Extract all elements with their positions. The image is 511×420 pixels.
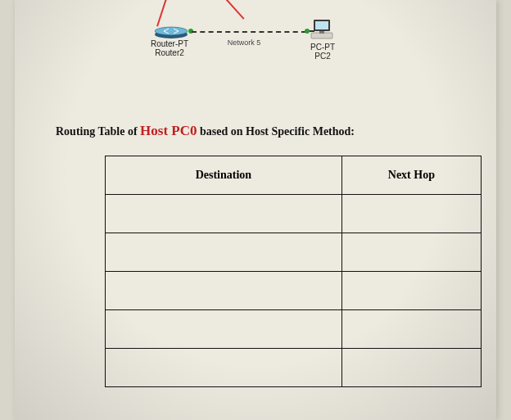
cell-destination <box>106 233 342 272</box>
cell-next-hop <box>341 272 481 310</box>
pc-type: PC-PT <box>310 43 335 52</box>
cell-next-hop <box>341 349 481 387</box>
router-icon <box>154 25 188 38</box>
pc-label: PC-PT PC2 <box>305 43 341 61</box>
table-row <box>106 349 482 387</box>
heading-suffix: based on Host Specific Method: <box>197 125 355 138</box>
document-page: Router-PT Router2 Network 5 PC-PT PC2 Ro… <box>15 0 496 420</box>
network-link-label: Network 5 <box>219 39 269 47</box>
svg-rect-6 <box>319 31 324 34</box>
link-line <box>156 0 172 27</box>
link-dashed-line <box>192 31 306 33</box>
table-header-row: Destination Next Hop <box>106 156 482 195</box>
cell-destination <box>106 310 342 349</box>
cell-destination <box>106 195 342 233</box>
router-type: Router-PT <box>151 39 188 48</box>
heading-highlight: Host PC0 <box>140 123 197 138</box>
col-next-hop: Next Hop <box>341 156 481 195</box>
table-row <box>106 233 482 272</box>
routing-table: Destination Next Hop <box>105 156 482 387</box>
pc-name: PC2 <box>314 52 330 61</box>
router-name: Router2 <box>155 48 184 57</box>
svg-rect-5 <box>311 33 332 38</box>
svg-rect-4 <box>315 21 328 29</box>
section-heading: Routing Table of Host PC0 based on Host … <box>56 123 355 139</box>
pc-icon <box>310 18 334 41</box>
cell-next-hop <box>341 195 481 233</box>
table-row <box>106 272 482 310</box>
network-diagram: Router-PT Router2 Network 5 PC-PT PC2 <box>146 0 391 74</box>
router-label: Router-PT Router2 <box>142 39 197 57</box>
cell-destination <box>106 272 342 310</box>
table-row <box>106 195 482 233</box>
cell-next-hop <box>341 310 481 349</box>
link-line <box>211 0 244 20</box>
cell-next-hop <box>341 233 481 272</box>
cell-destination <box>106 349 342 387</box>
table-row <box>106 310 482 349</box>
heading-prefix: Routing Table of <box>56 125 140 138</box>
col-destination: Destination <box>106 156 342 195</box>
